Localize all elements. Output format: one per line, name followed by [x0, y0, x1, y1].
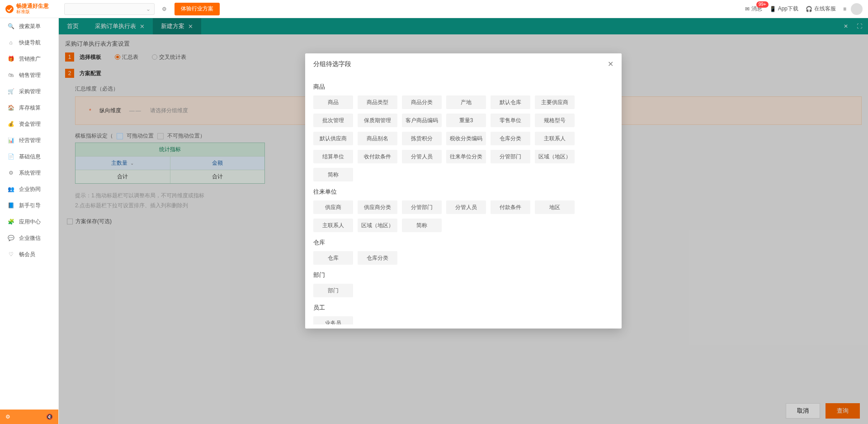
field-chip[interactable]: 区域（地区） [358, 219, 397, 232]
sidebar-item[interactable]: 📊经营管理 [0, 132, 58, 148]
field-chip[interactable]: 分管人员 [402, 150, 442, 163]
sidebar-item[interactable]: 💬企业微信 [0, 230, 58, 246]
field-chip[interactable]: 规格型号 [535, 114, 575, 127]
field-chip[interactable]: 结算单位 [313, 150, 353, 163]
org-settings-button[interactable]: ⚙ [158, 3, 170, 15]
field-chip[interactable]: 区域（地区） [535, 150, 575, 163]
field-chip[interactable]: 仓库 [313, 251, 353, 265]
field-chip-row: 仓库仓库分类 [313, 251, 613, 265]
sidebar-item[interactable]: 🛍销售管理 [0, 67, 58, 83]
field-group-title: 往来单位 [313, 188, 613, 196]
field-chip[interactable]: 付款条件 [491, 200, 530, 214]
field-chip[interactable]: 业务员 [313, 316, 353, 324]
sidebar-sound-icon[interactable]: 🔇 [46, 414, 53, 420]
sidebar-item-label: 企业微信 [19, 234, 41, 242]
header-right: ✉ 消息 99+ 📱 App下载 🎧 在线客服 ≡ [745, 3, 863, 15]
field-chip[interactable]: 默认供应商 [313, 132, 353, 145]
field-group-title: 商品 [313, 83, 613, 91]
field-chip[interactable]: 零售单位 [491, 114, 530, 127]
sidebar-item-label: 经营管理 [19, 137, 41, 144]
modal-header: 分组待选字段 ✕ [305, 53, 622, 75]
field-chip[interactable]: 往来单位分类 [446, 150, 486, 163]
chevron-down-icon: ⌄ [146, 6, 151, 12]
sidebar-item[interactable]: ♡畅会员 [0, 246, 58, 262]
sidebar-item[interactable]: 👥企业协同 [0, 181, 58, 197]
sidebar-item-icon: ⌂ [7, 39, 14, 46]
sidebar-item[interactable]: ⚙系统管理 [0, 165, 58, 181]
field-chip[interactable]: 主联系人 [535, 132, 575, 145]
field-chip[interactable]: 地区 [535, 200, 575, 214]
sidebar-item-icon: ♡ [7, 251, 14, 257]
online-service-button[interactable]: 🎧 在线客服 [806, 5, 836, 13]
sidebar-item-label: 采购管理 [19, 88, 41, 95]
modal-body[interactable]: 商品商品商品类型商品分类产地默认仓库主要供应商批次管理保质期管理客户商品编码重量… [305, 75, 622, 324]
field-chip[interactable]: 保质期管理 [358, 114, 397, 127]
field-chip[interactable]: 产地 [446, 95, 486, 109]
field-chip[interactable]: 默认仓库 [491, 95, 530, 109]
sidebar-item-label: 系统管理 [19, 169, 41, 177]
field-chip[interactable]: 供应商 [313, 200, 353, 214]
sidebar-item[interactable]: 📘新手引导 [0, 197, 58, 214]
field-chip[interactable]: 税收分类编码 [446, 132, 486, 145]
modal-title: 分组待选字段 [313, 60, 351, 68]
field-chip[interactable]: 商品类型 [358, 95, 397, 109]
field-chip[interactable]: 供应商分类 [358, 200, 397, 214]
user-menu[interactable]: ≡ [843, 3, 863, 15]
field-chip[interactable]: 商品别名 [358, 132, 397, 145]
field-chip[interactable]: 拣货积分 [402, 132, 442, 145]
modal-close-button[interactable]: ✕ [608, 60, 613, 68]
field-chip[interactable]: 商品分类 [402, 95, 442, 109]
sidebar-item-icon: 🔍 [7, 23, 14, 29]
field-chip[interactable]: 分管部门 [402, 200, 442, 214]
logo-text: 畅捷通好生意 [16, 3, 49, 9]
sidebar-item[interactable]: 🛒采购管理 [0, 83, 58, 100]
field-chip[interactable]: 仓库分类 [358, 251, 397, 265]
message-icon: ✉ [745, 6, 750, 12]
sidebar-item[interactable]: 🎁营销推广 [0, 51, 58, 67]
menu-icon: ≡ [843, 6, 846, 12]
modal-horizontal-scrollbar[interactable] [305, 324, 622, 329]
messages-button[interactable]: ✉ 消息 99+ [745, 5, 762, 13]
sidebar-item-icon: 🛍 [7, 72, 14, 78]
org-selector[interactable]: ⌄ [64, 3, 155, 15]
field-chip-row: 供应商供应商分类分管部门分管人员付款条件地区主联系人区域（地区）简称 [313, 200, 613, 232]
sidebar-item[interactable]: 📄基础信息 [0, 148, 58, 165]
sidebar-item-label: 搜索菜单 [19, 23, 41, 30]
field-chip[interactable]: 客户商品编码 [402, 114, 442, 127]
logo-subtitle: 标准版 [16, 9, 49, 15]
sidebar-item-icon: ⚙ [7, 170, 14, 176]
modal-mask[interactable]: 分组待选字段 ✕ 商品商品商品类型商品分类产地默认仓库主要供应商批次管理保质期管… [59, 18, 868, 424]
try-industry-plan-button[interactable]: 体验行业方案 [175, 3, 220, 15]
field-chip[interactable]: 分管部门 [491, 150, 530, 163]
sidebar-item[interactable]: 🧩应用中心 [0, 214, 58, 230]
sidebar-item[interactable]: 🔍搜索菜单 [0, 18, 58, 34]
field-chip[interactable]: 重量3 [446, 114, 486, 127]
field-chip[interactable]: 仓库分类 [491, 132, 530, 145]
field-chip[interactable]: 部门 [313, 284, 353, 297]
gear-icon: ⚙ [162, 6, 167, 12]
sidebar-item[interactable]: 💰资金管理 [0, 116, 58, 132]
field-group-title: 员工 [313, 304, 613, 312]
field-group-title: 部门 [313, 271, 613, 279]
app-download-label: App下载 [778, 5, 798, 13]
sidebar-item[interactable]: ⌂快捷导航 [0, 34, 58, 51]
field-chip[interactable]: 主要供应商 [535, 95, 575, 109]
sidebar-item[interactable]: 🏠库存核算 [0, 100, 58, 116]
field-chip[interactable]: 主联系人 [313, 219, 353, 232]
sidebar-item-label: 畅会员 [19, 251, 35, 258]
sidebar-item-icon: 🏠 [7, 105, 14, 111]
sidebar: 🔍搜索菜单⌂快捷导航🎁营销推广🛍销售管理🛒采购管理🏠库存核算💰资金管理📊经营管理… [0, 18, 59, 424]
sidebar-settings-icon[interactable]: ⚙ [5, 414, 10, 420]
sidebar-item-label: 营销推广 [19, 55, 41, 63]
field-chip[interactable]: 简称 [402, 219, 442, 232]
app-download-button[interactable]: 📱 App下载 [769, 5, 798, 13]
field-chip[interactable]: 简称 [313, 168, 353, 181]
sidebar-item-icon: 💰 [7, 121, 14, 127]
field-chip[interactable]: 收付款条件 [358, 150, 397, 163]
field-chip[interactable]: 分管人员 [446, 200, 486, 214]
sidebar-item-label: 基础信息 [19, 153, 41, 161]
field-chip[interactable]: 批次管理 [313, 114, 353, 127]
logo-icon [5, 5, 14, 13]
field-chip[interactable]: 商品 [313, 95, 353, 109]
logo-area: 畅捷通好生意 标准版 [5, 3, 59, 15]
